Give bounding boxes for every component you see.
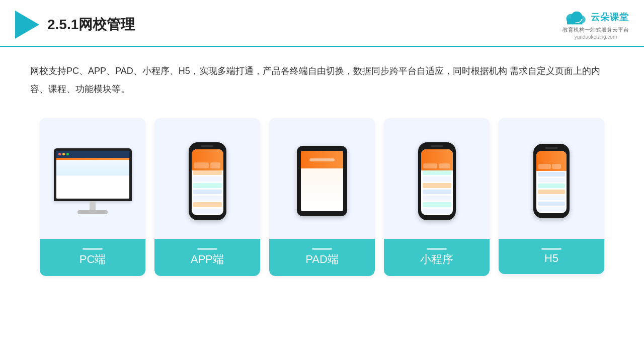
logo-url: yunduoketang.com xyxy=(575,34,617,40)
pad-tablet-screen xyxy=(301,151,343,211)
monitor-neck xyxy=(90,201,96,210)
cloud-icon xyxy=(562,9,588,25)
app-phone-icon xyxy=(189,142,226,220)
miniprogram-screen-body xyxy=(423,170,451,214)
logo-tagline: 教育机构一站式服务云平台 xyxy=(562,26,629,34)
card-app-label: APP端 xyxy=(154,239,260,276)
pc-monitor-icon xyxy=(54,148,132,214)
monitor-outer xyxy=(54,148,132,201)
card-miniprogram: 小程序 xyxy=(384,118,490,276)
h5-phone-icon xyxy=(533,144,570,218)
app-screen-body xyxy=(193,170,222,214)
label-bar-pc xyxy=(83,248,103,250)
label-bar-h5 xyxy=(541,248,561,250)
h5-screen-body xyxy=(538,172,565,212)
card-h5-label: H5 xyxy=(499,239,604,274)
cards-container: PC端 xyxy=(0,108,644,286)
header-left: 2.5.1网校管理 xyxy=(15,11,135,39)
description-text: 网校支持PC、APP、PAD、小程序、H5，实现多端打通，产品各终端自由切换，数… xyxy=(0,47,644,108)
header: 2.5.1网校管理 云朵课堂 教育机构一站式服务云平台 yunduoketang… xyxy=(0,0,644,47)
card-pc-label: PC端 xyxy=(40,239,145,276)
pad-screen-content xyxy=(303,170,341,209)
card-pad: PAD端 xyxy=(269,118,375,276)
page-title: 2.5.1网校管理 xyxy=(47,15,135,34)
header-right: 云朵课堂 教育机构一站式服务云平台 yunduoketang.com xyxy=(562,9,629,40)
label-bar-app xyxy=(197,248,217,250)
card-app: APP端 xyxy=(154,118,260,276)
miniprogram-phone-screen xyxy=(421,149,453,215)
label-bar-miniprogram xyxy=(427,248,447,250)
card-pc: PC端 xyxy=(40,118,145,276)
card-h5-image xyxy=(499,118,604,239)
brand-triangle-icon xyxy=(15,11,39,39)
app-phone-screen xyxy=(192,149,223,215)
logo-name: 云朵课堂 xyxy=(591,11,629,23)
miniprogram-phone-icon xyxy=(418,142,456,220)
card-pc-image xyxy=(40,118,145,239)
card-app-image xyxy=(154,118,260,239)
pad-tablet-icon xyxy=(297,146,347,216)
card-miniprogram-label: 小程序 xyxy=(384,239,490,276)
cloud-logo: 云朵课堂 xyxy=(562,9,629,25)
h5-phone-screen xyxy=(536,151,567,213)
card-h5: H5 xyxy=(499,118,604,276)
monitor-base xyxy=(77,210,108,214)
card-pad-label: PAD端 xyxy=(269,239,375,276)
card-miniprogram-image xyxy=(384,118,490,239)
card-pad-image xyxy=(269,118,375,239)
monitor-screen xyxy=(56,151,129,199)
label-bar-pad xyxy=(312,248,332,250)
